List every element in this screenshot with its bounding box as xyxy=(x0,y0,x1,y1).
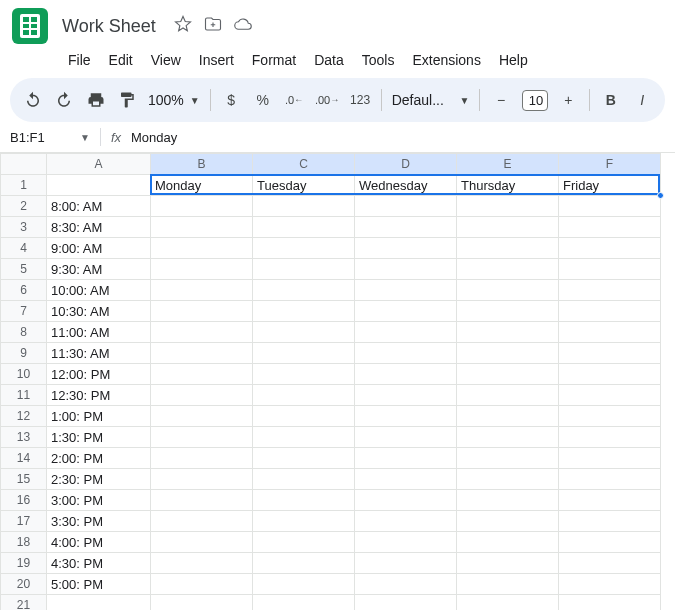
cell[interactable] xyxy=(253,469,355,490)
cell[interactable] xyxy=(559,280,661,301)
row-header[interactable]: 17 xyxy=(1,511,47,532)
row-header[interactable]: 4 xyxy=(1,238,47,259)
cell[interactable] xyxy=(457,238,559,259)
font-select[interactable]: Defaul... xyxy=(392,92,450,108)
column-header[interactable]: C xyxy=(253,154,355,175)
cell[interactable] xyxy=(355,490,457,511)
cell[interactable] xyxy=(253,532,355,553)
cell[interactable] xyxy=(253,343,355,364)
cloud-icon[interactable] xyxy=(234,15,252,37)
row-header[interactable]: 8 xyxy=(1,322,47,343)
cell[interactable] xyxy=(253,553,355,574)
cell[interactable] xyxy=(559,595,661,611)
cell[interactable] xyxy=(253,490,355,511)
menu-file[interactable]: File xyxy=(60,48,99,72)
cell[interactable] xyxy=(457,280,559,301)
cell[interactable] xyxy=(253,280,355,301)
cell[interactable] xyxy=(559,553,661,574)
cell[interactable]: Wednesday xyxy=(355,175,457,196)
cell[interactable] xyxy=(253,448,355,469)
cell[interactable]: 12:30: PM xyxy=(47,385,151,406)
cell[interactable] xyxy=(253,385,355,406)
cell[interactable] xyxy=(457,385,559,406)
cell[interactable] xyxy=(355,364,457,385)
cell[interactable] xyxy=(355,301,457,322)
menu-extensions[interactable]: Extensions xyxy=(404,48,488,72)
spreadsheet-grid[interactable]: ABCDEF 1MondayTuesdayWednesdayThursdayFr… xyxy=(0,153,675,610)
cell[interactable]: 2:30: PM xyxy=(47,469,151,490)
cell[interactable]: 3:00: PM xyxy=(47,490,151,511)
cell[interactable]: 8:00: AM xyxy=(47,196,151,217)
cell[interactable] xyxy=(559,448,661,469)
cell[interactable] xyxy=(151,448,253,469)
cell[interactable] xyxy=(559,196,661,217)
cell[interactable] xyxy=(457,217,559,238)
row-header[interactable]: 14 xyxy=(1,448,47,469)
cell[interactable] xyxy=(355,238,457,259)
row-header[interactable]: 7 xyxy=(1,301,47,322)
redo-icon[interactable] xyxy=(53,87,74,113)
cell[interactable]: Monday xyxy=(151,175,253,196)
cell[interactable] xyxy=(559,406,661,427)
cell[interactable] xyxy=(355,532,457,553)
cell[interactable] xyxy=(457,427,559,448)
row-header[interactable]: 11 xyxy=(1,385,47,406)
cell[interactable]: 10:00: AM xyxy=(47,280,151,301)
cell[interactable] xyxy=(559,511,661,532)
select-all-corner[interactable] xyxy=(1,154,47,175)
cell[interactable] xyxy=(559,490,661,511)
cell[interactable] xyxy=(355,322,457,343)
row-header[interactable]: 5 xyxy=(1,259,47,280)
cell[interactable] xyxy=(151,490,253,511)
cell[interactable] xyxy=(151,532,253,553)
cell[interactable]: 12:00: PM xyxy=(47,364,151,385)
italic-button[interactable]: I xyxy=(632,87,653,113)
cell[interactable]: 4:00: PM xyxy=(47,532,151,553)
row-header[interactable]: 3 xyxy=(1,217,47,238)
menu-view[interactable]: View xyxy=(143,48,189,72)
caret-down-icon[interactable]: ▼ xyxy=(460,95,470,106)
cell[interactable] xyxy=(355,385,457,406)
column-header[interactable]: A xyxy=(47,154,151,175)
font-size-decrease[interactable]: − xyxy=(490,87,511,113)
cell[interactable] xyxy=(253,322,355,343)
cell[interactable]: Tuesday xyxy=(253,175,355,196)
cell[interactable]: 3:30: PM xyxy=(47,511,151,532)
menu-edit[interactable]: Edit xyxy=(101,48,141,72)
cell[interactable] xyxy=(457,196,559,217)
cell[interactable] xyxy=(457,343,559,364)
cell[interactable] xyxy=(457,406,559,427)
cell[interactable] xyxy=(355,343,457,364)
cell[interactable] xyxy=(253,259,355,280)
cell[interactable] xyxy=(253,196,355,217)
cell[interactable]: 9:00: AM xyxy=(47,238,151,259)
name-box[interactable]: B1:F1 xyxy=(10,130,70,145)
font-size-input[interactable]: 10 xyxy=(522,90,548,111)
cell[interactable]: 4:30: PM xyxy=(47,553,151,574)
cell[interactable] xyxy=(355,553,457,574)
cell[interactable] xyxy=(355,427,457,448)
cell[interactable]: 8:30: AM xyxy=(47,217,151,238)
currency-button[interactable]: $ xyxy=(220,87,241,113)
font-size-increase[interactable]: + xyxy=(558,87,579,113)
row-header[interactable]: 2 xyxy=(1,196,47,217)
column-header[interactable]: F xyxy=(559,154,661,175)
cell[interactable] xyxy=(355,259,457,280)
cell[interactable]: 11:00: AM xyxy=(47,322,151,343)
row-header[interactable]: 6 xyxy=(1,280,47,301)
cell[interactable] xyxy=(457,322,559,343)
formula-input[interactable]: Monday xyxy=(131,130,177,145)
cell[interactable] xyxy=(355,595,457,611)
row-header[interactable]: 1 xyxy=(1,175,47,196)
cell[interactable]: 10:30: AM xyxy=(47,301,151,322)
row-header[interactable]: 20 xyxy=(1,574,47,595)
row-header[interactable]: 18 xyxy=(1,532,47,553)
row-header[interactable]: 10 xyxy=(1,364,47,385)
cell[interactable] xyxy=(253,217,355,238)
cell[interactable] xyxy=(151,427,253,448)
menu-help[interactable]: Help xyxy=(491,48,536,72)
row-header[interactable]: 19 xyxy=(1,553,47,574)
cell[interactable] xyxy=(151,238,253,259)
cell[interactable] xyxy=(457,469,559,490)
menu-data[interactable]: Data xyxy=(306,48,352,72)
